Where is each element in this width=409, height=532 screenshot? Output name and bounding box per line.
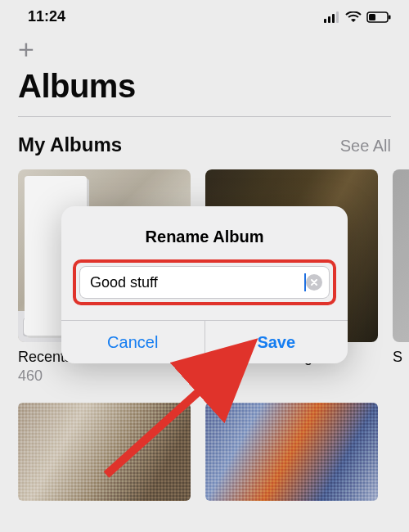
album-name: S xyxy=(393,349,409,366)
album-cover-blurred[interactable] xyxy=(205,403,378,501)
status-time: 11:24 xyxy=(28,8,65,25)
svg-rect-0 xyxy=(324,19,326,23)
album-count: 460 xyxy=(18,367,191,385)
clear-input-button[interactable] xyxy=(306,274,322,291)
album-cover[interactable] xyxy=(393,169,409,342)
rename-album-alert: Rename Album Cancel Save xyxy=(61,206,348,363)
album-count: 9 xyxy=(205,367,378,385)
see-all-link[interactable]: See All xyxy=(340,137,391,156)
battery-icon xyxy=(366,11,391,23)
save-button[interactable]: Save xyxy=(205,321,348,363)
status-bar: 11:24 xyxy=(0,0,409,29)
album-name-input[interactable] xyxy=(90,274,305,291)
cancel-button[interactable]: Cancel xyxy=(61,321,204,363)
section-title: My Albums xyxy=(18,133,122,156)
svg-rect-3 xyxy=(336,11,339,23)
alert-actions: Cancel Save xyxy=(61,321,348,363)
page-title: Albums xyxy=(18,68,391,105)
svg-rect-1 xyxy=(328,16,330,23)
add-album-button[interactable]: + xyxy=(18,34,34,65)
svg-rect-6 xyxy=(369,14,375,20)
wifi-icon xyxy=(345,11,362,23)
svg-rect-2 xyxy=(332,14,335,23)
close-icon xyxy=(310,278,318,286)
album-cover-blurred[interactable] xyxy=(18,403,191,501)
album-strip-2[interactable] xyxy=(0,403,409,501)
annotation-highlight xyxy=(73,259,336,305)
album-card[interactable]: S xyxy=(393,169,409,385)
cover-mini-label: musing xyxy=(26,297,52,306)
section-header: My Albums See All xyxy=(0,117,409,169)
svg-rect-5 xyxy=(389,15,391,19)
cellular-icon xyxy=(324,11,340,23)
album-name-input-wrap[interactable] xyxy=(79,266,330,299)
status-indicators xyxy=(324,11,391,23)
alert-title: Rename Album xyxy=(61,206,348,259)
